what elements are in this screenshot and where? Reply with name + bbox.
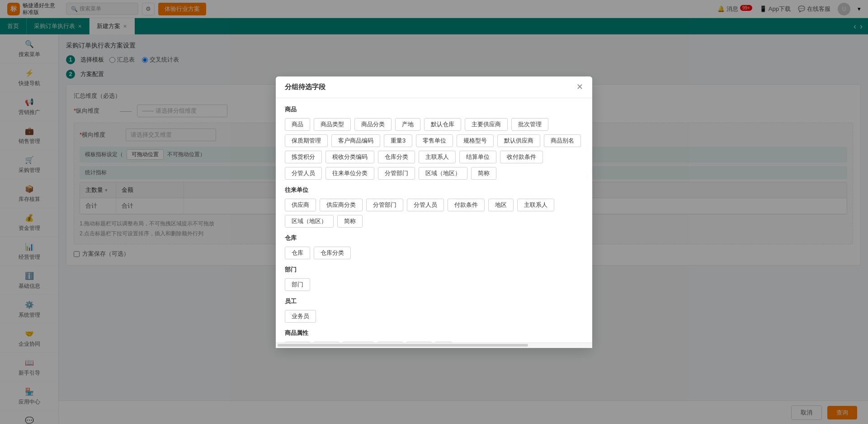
modal-section-title: 商品属性 bbox=[285, 329, 583, 337]
field-tag[interactable]: 部门 bbox=[285, 278, 310, 291]
field-tag[interactable]: 默认供应商 bbox=[497, 134, 540, 147]
modal-close-icon[interactable]: ✕ bbox=[576, 83, 583, 91]
field-tag[interactable]: 默认仓库 bbox=[424, 118, 461, 131]
field-tag[interactable]: 重量3 bbox=[384, 134, 412, 147]
field-tag[interactable]: 保质期管理 bbox=[285, 134, 328, 147]
field-tag[interactable]: 产地 bbox=[395, 118, 420, 131]
modal: 分组待选字段 ✕ 商品商品商品类型商品分类产地默认仓库主要供应商批次管理保质期管… bbox=[276, 76, 592, 348]
field-tag[interactable]: 仓库分类 bbox=[314, 247, 351, 259]
modal-section-title: 往来单位 bbox=[285, 186, 583, 194]
field-tag[interactable]: 商品分类 bbox=[354, 118, 392, 131]
field-tag[interactable]: 结算单位 bbox=[459, 151, 496, 163]
modal-section-title: 员工 bbox=[285, 297, 583, 305]
field-tag[interactable]: 仓库 bbox=[285, 247, 310, 259]
field-tag[interactable]: 拣货积分 bbox=[285, 151, 322, 163]
field-tag[interactable]: 分管人员 bbox=[407, 199, 444, 211]
field-grid: 供应商供应商分类分管部门分管人员付款条件地区主联系人区域（地区）简称 bbox=[285, 199, 583, 228]
field-tag[interactable]: 商品别名 bbox=[544, 134, 581, 147]
field-tag[interactable]: 分管部门 bbox=[378, 167, 415, 180]
modal-section-title: 部门 bbox=[285, 266, 583, 274]
field-tag[interactable]: 简称 bbox=[337, 215, 363, 228]
field-tag[interactable]: 地区 bbox=[488, 199, 514, 211]
field-tag[interactable]: 供应商 bbox=[285, 199, 316, 211]
field-tag[interactable]: 规格型号 bbox=[457, 134, 494, 147]
field-tag[interactable]: 业务员 bbox=[285, 310, 316, 323]
modal-section-title: 仓库 bbox=[285, 234, 583, 242]
field-tag[interactable]: 税收分类编码 bbox=[326, 151, 374, 163]
modal-overlay: 分组待选字段 ✕ 商品商品商品类型商品分类产地默认仓库主要供应商批次管理保质期管… bbox=[0, 0, 868, 424]
field-tag[interactable]: 仓库分类 bbox=[378, 151, 415, 163]
field-tag[interactable]: 往来单位分类 bbox=[326, 167, 374, 180]
field-tag[interactable]: 主联系人 bbox=[517, 199, 554, 211]
field-tag[interactable]: 分管人员 bbox=[285, 167, 322, 180]
field-tag[interactable]: 客户商品编码 bbox=[331, 134, 380, 147]
modal-section-title: 商品 bbox=[285, 105, 583, 114]
field-tag[interactable]: 主联系人 bbox=[419, 151, 456, 163]
field-grid: 业务员 bbox=[285, 310, 583, 323]
field-tag[interactable]: 收付款条件 bbox=[500, 151, 543, 163]
field-tag[interactable]: 供应商分类 bbox=[320, 199, 363, 211]
field-tag[interactable]: 分管部门 bbox=[366, 199, 403, 211]
field-tag[interactable]: 付款条件 bbox=[448, 199, 485, 211]
field-tag[interactable]: 零售单位 bbox=[416, 134, 453, 147]
modal-title: 分组待选字段 bbox=[285, 83, 326, 91]
field-tag[interactable]: 主要供应商 bbox=[465, 118, 508, 131]
field-grid: 商品商品类型商品分类产地默认仓库主要供应商批次管理保质期管理客户商品编码重量3零… bbox=[285, 118, 583, 180]
modal-body: 商品商品商品类型商品分类产地默认仓库主要供应商批次管理保质期管理客户商品编码重量… bbox=[276, 98, 592, 343]
field-tag[interactable]: 区域（地区） bbox=[419, 167, 467, 180]
field-grid: 部门 bbox=[285, 278, 583, 291]
modal-header: 分组待选字段 ✕ bbox=[276, 76, 592, 98]
field-tag[interactable]: 商品类型 bbox=[314, 118, 351, 131]
field-grid: 仓库仓库分类 bbox=[285, 247, 583, 259]
field-tag[interactable]: 区域（地区） bbox=[285, 215, 334, 228]
field-tag[interactable]: 批次管理 bbox=[511, 118, 548, 131]
field-tag[interactable]: 商品 bbox=[285, 118, 310, 131]
modal-hscroll[interactable] bbox=[276, 343, 592, 348]
field-tag[interactable]: 简称 bbox=[471, 167, 496, 180]
